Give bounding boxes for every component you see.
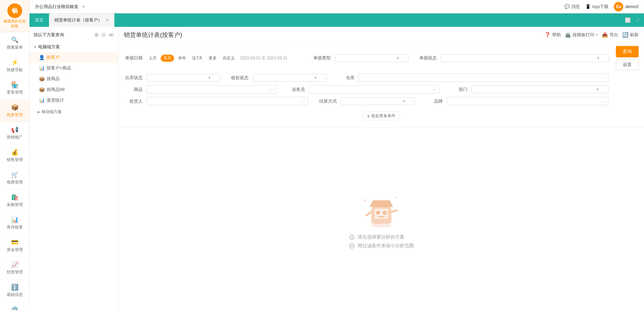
tab-home-label: 首页 [35,17,44,23]
sidebar-item-basic[interactable]: ℹ️ 基础信息 [0,279,29,302]
collapse-button[interactable]: ∧ 收起更多条件 [363,111,400,120]
sidebar-item-system[interactable]: ⚙️ 系统管理 [0,302,29,310]
message-icon: 💬 [565,4,570,9]
panel-settings-button[interactable]: ⊙ [101,32,106,38]
sidebar-item-label: 搜索菜单 [7,45,23,50]
date-btn-more[interactable]: 更多 [207,55,219,62]
template-print-button[interactable]: 🖨️ 按模板打印 ▾ [565,32,598,38]
tree-item-by-product[interactable]: 📦 按商品 [30,73,118,84]
tree-group-desktop-header[interactable]: ▼ 电脑端方案 [30,42,118,52]
tab-close-button[interactable]: ✕ [106,18,109,22]
pay-status-label: 收款状态 [230,75,249,81]
sales-icon: 💰 [11,149,18,156]
status-select[interactable]: ▾ [441,54,609,62]
basic-icon: ℹ️ [11,283,18,291]
tree-item-by-customer-product[interactable]: 📊 按客户+商品 [30,63,118,73]
panel-collapse-button[interactable]: ≪ [108,32,114,38]
recipient-label: 收货人 [124,98,143,104]
query-button[interactable]: 查询 [616,46,639,57]
search-icon: 🔍 [11,36,18,44]
header-left: 办公用品行业模拟账套 ▾ [35,4,85,10]
by-customer-icon: 👤 [39,55,45,60]
user-profile-button[interactable]: Ea demo2 [614,2,639,11]
sidebar-item-shortcut[interactable]: ⚡ 快捷导航 [0,55,29,77]
svg-marker-2 [370,200,393,207]
header-right: 💬 消息 📱 App下载 Ea demo2 [565,2,639,11]
date-btn-7days[interactable]: 近7天 [190,55,205,62]
tree-item-by-customer[interactable]: 👤 按客户 [30,52,118,63]
sidebar: 畅 畅捷通好生意 标版 🔍 搜索菜单 ⚡ 快捷导航 🏪 零售管理 📦 批发管理 … [0,0,30,310]
date-label: 单据日期 [124,55,143,61]
help-icon: ❓ [544,32,551,38]
tab-home[interactable]: 首页 [30,13,49,27]
date-btn-lastmonth[interactable]: 上月 [147,55,159,62]
date-btn-thismonth[interactable]: 本月 [161,55,174,62]
sidebar-item-finance[interactable]: 💳 资金管理 [0,235,29,257]
export-label: 导出 [609,32,618,38]
out-status-select[interactable]: ▾ [147,74,220,82]
sidebar-item-search[interactable]: 🔍 搜索菜单 [0,32,29,55]
page-title: 销货单统计表(按客户) [124,31,182,39]
tab-sales-stat-label: 销货单统计表（按客户） [54,17,102,23]
system-icon: ⚙️ [11,306,18,310]
sidebar-item-marketing[interactable]: 📢 营销推广 [0,122,29,145]
date-btn-custom[interactable]: 自定义 [221,55,237,62]
recipient-dots[interactable]: ··· [302,99,306,104]
app-download-button[interactable]: 📱 App下载 [585,4,608,10]
staff-dots[interactable]: ··· [433,87,436,92]
sidebar-item-operation[interactable]: 📈 经营管理 [0,257,29,279]
tree-item-by-product99[interactable]: 📦 按商品99 [30,84,118,95]
inventory-icon: 📊 [11,216,18,223]
sidebar-item-inventory[interactable]: 📊 库存核算 [0,212,29,235]
help-button[interactable]: ❓ 帮助 [544,32,561,38]
messages-button[interactable]: 💬 消息 [565,4,580,10]
finance-icon: 💳 [11,239,18,246]
sidebar-item-ecommerce[interactable]: 🛒 电商管理 [0,167,29,190]
dept-dropdown-arrow: ▾ [597,87,599,92]
content-area: 按以下方案查询 ⊕ ⊙ ≪ ▼ 电脑端方案 👤 按客户 [30,27,644,310]
main-area: 办公用品行业模拟账套 ▾ 💬 消息 📱 App下载 Ea demo2 首页 [30,0,644,310]
tab-sales-stat[interactable]: 销货单统计表（按客户） ✕ [49,13,114,27]
date-btn-thisyear[interactable]: 本年 [176,55,188,62]
user-name: demo2 [625,4,639,9]
brand-dots[interactable]: ··· [602,99,605,104]
settle-select[interactable]: ▾ [341,97,415,105]
type-select[interactable]: ▾ [335,54,409,62]
date-range-text: 2023-03-01 至 2023-03-31 [240,55,287,61]
print-dropdown-arrow[interactable]: ▾ [596,33,598,37]
tab-minimize-button[interactable]: ⬜ [625,17,631,23]
dept-select[interactable]: ▾ [472,86,608,93]
product-input[interactable]: ··· [147,85,277,94]
type-label: 单据类型 [312,55,331,61]
export-button[interactable]: 📤 导出 [602,32,618,38]
sidebar-item-label: 零售管理 [7,90,23,95]
tree-item-by-customer-label: 按客户 [47,54,60,60]
warehouse-input[interactable]: ··· [359,73,608,82]
brand-input[interactable]: ··· [447,97,609,105]
breadcrumb: 办公用品行业模拟账套 [35,4,78,10]
sidebar-item-sales[interactable]: 💰 销售管理 [0,145,29,167]
sidebar-item-retail[interactable]: 🏪 零售管理 [0,77,29,100]
sidebar-item-purchase[interactable]: 🛍️ 采购管理 [0,190,29,212]
sidebar-item-label: 库存核算 [7,224,23,230]
sidebar-item-label: 销售管理 [7,157,23,163]
tree-group-mobile: ▶ 移动端方案 [30,106,118,117]
warehouse-dots[interactable]: ··· [602,75,605,80]
app-download-label: App下载 [592,4,608,10]
product-dots[interactable]: ··· [270,87,274,92]
sidebar-item-wholesale[interactable]: 📦 批发管理 [0,100,29,122]
tab-bar: 首页 销货单统计表（按客户） ✕ ⬜ ⤢ [30,13,644,27]
tab-expand-button[interactable]: ⤢ [636,17,640,23]
settings-button[interactable]: 设置 [616,59,639,70]
recipient-input[interactable]: ··· [147,97,309,105]
refresh-button[interactable]: 🔄 刷新 [622,32,639,38]
staff-input[interactable]: ··· [309,85,439,94]
tree-item-return-stat[interactable]: 📊 退货统计 [30,95,118,106]
tree-group-mobile-header[interactable]: ▶ 移动端方案 [30,107,118,117]
print-icon: 🖨️ [565,32,571,38]
purchase-icon: 🛍️ [11,194,18,201]
panel-add-button[interactable]: ⊕ [94,32,99,38]
refresh-icon: 🔄 [622,32,629,38]
breadcrumb-dropdown[interactable]: ▾ [83,4,85,9]
pay-status-select[interactable]: ▾ [253,74,326,82]
